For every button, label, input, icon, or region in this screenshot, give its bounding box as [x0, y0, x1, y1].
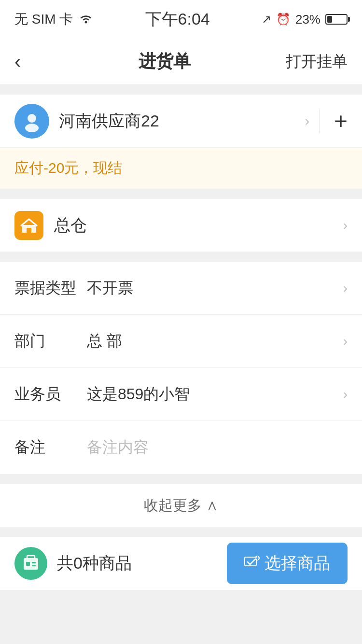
- carrier-text: 无 SIM 卡: [14, 10, 73, 28]
- battery-icon: [325, 14, 348, 25]
- notice-text: 应付-20元，现结: [14, 160, 122, 176]
- sales-chevron-icon: ›: [343, 387, 348, 402]
- invoice-row[interactable]: 票据类型 不开票 ›: [0, 262, 362, 315]
- warehouse-chevron-icon: ›: [343, 218, 348, 233]
- svg-rect-4: [27, 228, 31, 233]
- notice-banner: 应付-20元，现结: [0, 148, 362, 189]
- invoice-chevron-icon: ›: [343, 280, 348, 296]
- back-button[interactable]: ‹: [14, 51, 43, 72]
- location-icon: ↗: [262, 13, 271, 26]
- svg-rect-6: [26, 562, 30, 566]
- product-count: 共0种商品: [57, 552, 227, 574]
- svg-rect-8: [32, 565, 36, 566]
- collapse-button[interactable]: 收起更多 ∧: [0, 484, 362, 527]
- remark-label: 备注: [14, 437, 82, 458]
- product-icon: [14, 547, 47, 580]
- status-bar: 无 SIM 卡 下午6:04 ↗ ⏰ 23%: [0, 0, 362, 39]
- supplier-v-divider: [319, 109, 320, 133]
- page-title: 进货单: [139, 50, 191, 73]
- remark-input[interactable]: 备注内容: [82, 437, 348, 458]
- invoice-value: 不开票: [82, 278, 343, 299]
- warehouse-row[interactable]: 总仓 ›: [0, 199, 362, 252]
- alarm-icon: ⏰: [276, 13, 291, 26]
- status-right: ↗ ⏰ 23%: [262, 12, 348, 27]
- warehouse-name: 总仓: [54, 214, 343, 237]
- top-divider: [0, 85, 362, 95]
- svg-point-2: [25, 124, 39, 132]
- supplier-row[interactable]: 河南供应商22 › +: [0, 95, 362, 148]
- svg-point-0: [85, 21, 87, 24]
- wifi-icon: [79, 12, 93, 27]
- remark-row[interactable]: 备注 备注内容: [0, 421, 362, 474]
- svg-point-1: [28, 114, 36, 123]
- open-pending-button[interactable]: 打开挂单: [286, 51, 348, 72]
- dept-label: 部门: [14, 331, 82, 352]
- sales-value: 这是859的小智: [82, 384, 343, 405]
- status-left: 无 SIM 卡: [14, 10, 93, 28]
- dept-row[interactable]: 部门 总 部 ›: [0, 315, 362, 368]
- dept-value: 总 部: [82, 331, 343, 352]
- dept-chevron-icon: ›: [343, 334, 348, 349]
- supplier-avatar: [14, 104, 49, 139]
- status-time: 下午6:04: [145, 8, 210, 30]
- sales-label: 业务员: [14, 384, 82, 405]
- select-product-label: 选择商品: [265, 552, 330, 574]
- invoice-label: 票据类型: [14, 278, 82, 299]
- supplier-name: 河南供应商22: [59, 110, 305, 132]
- supplier-chevron-icon: ›: [305, 113, 309, 129]
- sales-row[interactable]: 业务员 这是859的小智 ›: [0, 368, 362, 421]
- form-section: 票据类型 不开票 › 部门 总 部 › 业务员 这是859的小智 › 备注 备注…: [0, 262, 362, 474]
- svg-rect-7: [32, 562, 36, 563]
- warehouse-icon: [14, 211, 43, 240]
- svg-rect-5: [24, 558, 38, 570]
- select-product-icon: [244, 555, 260, 573]
- nav-bar: ‹ 进货单 打开挂单: [0, 39, 362, 85]
- add-supplier-button[interactable]: +: [334, 110, 348, 133]
- collapse-label: 收起更多 ∧: [144, 496, 218, 516]
- bottom-bar: 共0种商品 选择商品: [0, 537, 362, 590]
- select-product-button[interactable]: 选择商品: [227, 543, 348, 584]
- battery-percent: 23%: [295, 12, 320, 27]
